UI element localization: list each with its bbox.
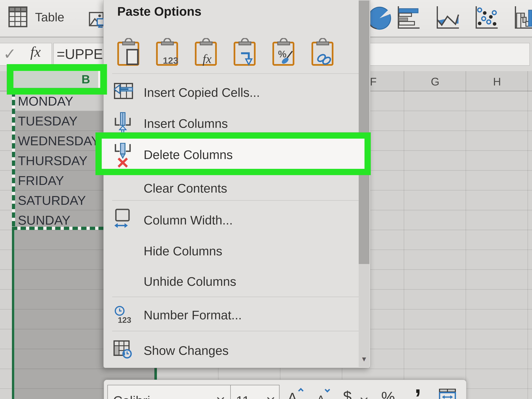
number-format-123-glyph: 123 (118, 316, 131, 324)
menu-item-unhide-columns[interactable]: Unhide Columns (144, 273, 236, 290)
annotation-box-delete-columns (95, 132, 371, 175)
formatting-percent-glyph: % (278, 49, 286, 59)
menu-separator (112, 73, 360, 74)
percent-style-button[interactable]: % (381, 388, 395, 399)
column-header-h[interactable]: H (466, 75, 528, 88)
bar-chart-icon[interactable] (397, 6, 420, 29)
annotation-box-column-b: B (7, 64, 107, 95)
histogram-chart-icon[interactable] (514, 6, 532, 29)
insert-function-icon[interactable]: fx (30, 44, 41, 60)
number-format-icon: 123 (114, 306, 132, 324)
menu-item-number-format[interactable]: Number Format... (144, 307, 242, 323)
table-button-label[interactable]: Table (35, 10, 64, 24)
grid-vline (527, 91, 528, 399)
column-b-header[interactable]: B (13, 71, 100, 88)
menu-item-clear-contents[interactable]: Clear Contents (144, 180, 227, 196)
menu-item-column-width[interactable]: Column Width... (144, 212, 233, 228)
pie-chart-icon[interactable] (367, 6, 392, 31)
marching-ants-border (12, 91, 15, 230)
insert-columns-icon (114, 112, 131, 135)
paste-link-icon[interactable] (310, 38, 335, 66)
enter-formula-icon[interactable]: ✓ (3, 45, 16, 63)
font-size-value[interactable]: 11 (236, 393, 249, 399)
paste-transpose-icon[interactable] (233, 38, 257, 66)
line-chart-icon[interactable] (436, 6, 460, 29)
increase-font-size-button[interactable]: A (288, 390, 297, 399)
paste-formulas-icon[interactable]: fx (194, 38, 218, 66)
grid-vline (466, 91, 466, 399)
accounting-format-button[interactable]: $ (343, 388, 352, 399)
menu-item-hide-columns[interactable]: Hide Columns (144, 243, 222, 259)
autofit-column-width-icon[interactable] (439, 389, 456, 399)
paste-formatting-icon[interactable]: % (272, 38, 296, 66)
show-changes-icon (113, 340, 133, 360)
menu-separator (112, 331, 360, 331)
insert-copied-cells-icon (114, 82, 133, 100)
scatter-chart-icon[interactable] (475, 6, 498, 29)
values-123-glyph: 123 (163, 55, 178, 66)
paste-icon[interactable] (116, 38, 141, 66)
decrease-font-size-button[interactable]: A (317, 393, 325, 399)
menu-item-show-changes[interactable]: Show Changes (144, 342, 229, 359)
paste-options-heading: Paste Options (117, 4, 202, 19)
menu-item-insert-copied-cells[interactable]: Insert Copied Cells... (144, 84, 260, 101)
column-header-g[interactable]: G (404, 75, 466, 88)
pictures-icon[interactable] (89, 10, 104, 29)
font-name-value[interactable]: Calibri (113, 393, 150, 399)
formulas-fx-glyph: fx (203, 52, 212, 66)
comma-style-button[interactable]: , (415, 372, 421, 398)
paste-values-icon[interactable]: 123 (155, 38, 180, 66)
grid-vline (404, 91, 404, 399)
menu-item-insert-columns[interactable]: Insert Columns (144, 115, 228, 132)
selection-border (12, 230, 14, 399)
menu-separator (112, 200, 360, 201)
scroll-down-arrow-icon[interactable]: ▼ (359, 355, 369, 363)
column-width-icon (114, 209, 133, 229)
menu-separator (112, 297, 360, 297)
table-icon[interactable] (8, 6, 28, 28)
